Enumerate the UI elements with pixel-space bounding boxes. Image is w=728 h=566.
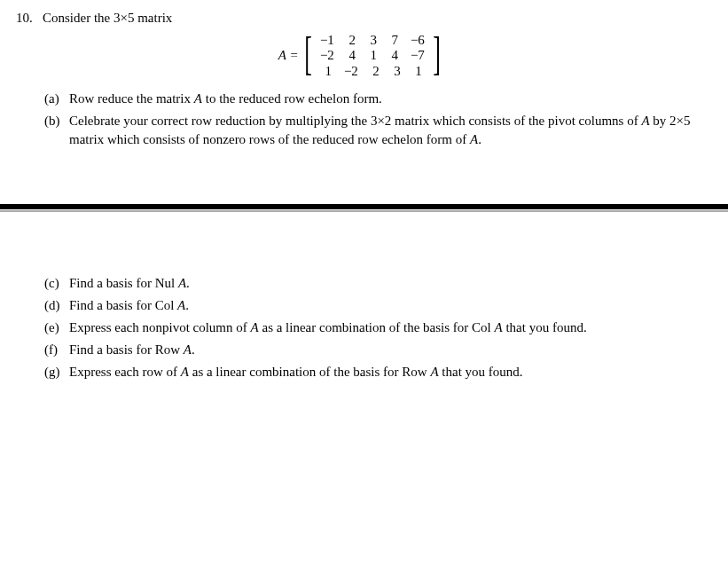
part-text: Find a basis for Nul A. xyxy=(69,274,703,293)
matrix: [ −1 2 3 7 −6 −2 4 1 4 −7 xyxy=(304,31,442,81)
matrix-cell: 7 xyxy=(383,33,404,48)
part-d: (d) Find a basis for Col A. xyxy=(44,296,703,315)
matrix-cell: −7 xyxy=(404,48,431,63)
matrix-cell: 2 xyxy=(341,33,362,48)
matrix-cell: 1 xyxy=(407,64,428,79)
part-label: (g) xyxy=(44,363,69,381)
matrix-cell: −2 xyxy=(314,48,341,63)
sub-parts-group-2: (c) Find a basis for Nul A. (d) Find a b… xyxy=(44,274,703,381)
matrix-cell: 3 xyxy=(362,33,383,48)
matrix-row: 1 −2 2 3 1 xyxy=(314,64,431,79)
problem-header: 10. Consider the 3×5 matrix xyxy=(16,9,703,28)
left-bracket-icon: [ xyxy=(304,31,312,81)
part-label: (c) xyxy=(44,274,69,293)
part-text: Find a basis for Col A. xyxy=(69,296,703,315)
problem-intro: Consider the 3×5 matrix xyxy=(43,9,172,28)
matrix-label: A = xyxy=(278,46,299,65)
page-section-2: (c) Find a basis for Nul A. (d) Find a b… xyxy=(0,274,728,381)
part-b: (b) Celebrate your correct row reduction… xyxy=(44,112,703,149)
matrix-cell: 2 xyxy=(364,64,386,79)
matrix-cell: 1 xyxy=(317,64,338,79)
part-f: (f) Find a basis for Row A. xyxy=(44,341,703,359)
matrix-content: −1 2 3 7 −6 −2 4 1 4 −7 1 xyxy=(312,31,433,81)
part-label: (b) xyxy=(44,112,69,130)
part-g: (g) Express each row of A as a linear co… xyxy=(44,363,703,381)
part-a: (a) Row reduce the matrix A to the reduc… xyxy=(44,90,703,108)
page-divider xyxy=(0,204,728,212)
part-text: Express each nonpivot column of A as a l… xyxy=(69,318,703,337)
matrix-cell: 1 xyxy=(362,48,383,63)
matrix-row: −2 4 1 4 −7 xyxy=(314,48,431,63)
problem-number: 10. xyxy=(16,9,43,28)
part-text: Celebrate your correct row reduction by … xyxy=(69,112,703,149)
matrix-row: −1 2 3 7 −6 xyxy=(314,33,431,48)
part-text: Find a basis for Row A. xyxy=(69,341,703,359)
matrix-cell: 4 xyxy=(383,48,404,63)
divider-line xyxy=(0,204,728,209)
part-label: (f) xyxy=(44,341,69,359)
matrix-display: A = [ −1 2 3 7 −6 −2 4 1 4 xyxy=(16,31,703,81)
part-text: Express each row of A as a linear combin… xyxy=(69,363,703,381)
part-label: (d) xyxy=(44,296,69,315)
page-section-1: 10. Consider the 3×5 matrix A = [ −1 2 3… xyxy=(0,0,728,149)
matrix-cell: −6 xyxy=(404,33,431,48)
matrix-cell: −2 xyxy=(338,64,364,79)
matrix-cell: 4 xyxy=(341,48,362,63)
divider-shadow xyxy=(0,210,728,212)
matrix-cell: −1 xyxy=(314,33,341,48)
right-bracket-icon: ] xyxy=(433,31,441,81)
part-text: Row reduce the matrix A to the reduced r… xyxy=(69,90,703,108)
part-label: (e) xyxy=(44,318,69,337)
part-label: (a) xyxy=(44,90,69,108)
matrix-cell: 3 xyxy=(386,64,407,79)
part-e: (e) Express each nonpivot column of A as… xyxy=(44,318,703,337)
sub-parts-group-1: (a) Row reduce the matrix A to the reduc… xyxy=(44,90,703,149)
part-c: (c) Find a basis for Nul A. xyxy=(44,274,703,293)
